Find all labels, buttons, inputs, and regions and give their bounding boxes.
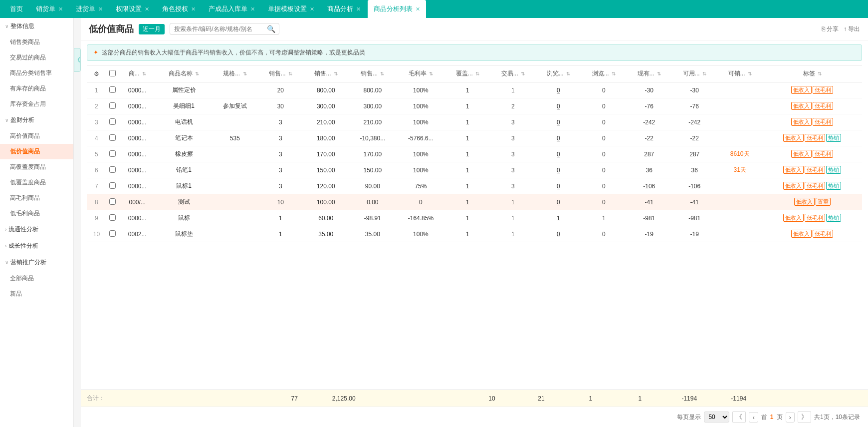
footer-sales-qty: 77 [270, 395, 319, 402]
row-select-checkbox[interactable] [109, 86, 116, 93]
sort-icon[interactable]: ⇅ [612, 71, 616, 76]
sort-icon[interactable]: ⇅ [429, 71, 433, 76]
row-checkbox[interactable] [106, 82, 119, 98]
last-page-button[interactable]: 》 [798, 411, 811, 423]
close-icon[interactable]: ✕ [416, 6, 420, 12]
sidebar-group-overall[interactable]: ∨ 整体信息 [0, 18, 73, 34]
prev-page-button[interactable]: ‹ [749, 412, 758, 423]
sidebar-item-capital[interactable]: 库存资金占用 [0, 96, 73, 112]
sort-icon[interactable]: ⇅ [195, 71, 199, 76]
row-checkbox[interactable] [106, 98, 119, 114]
sort-icon[interactable]: ⇅ [566, 71, 570, 76]
row-checkbox[interactable] [106, 162, 119, 178]
nav-tab-templates[interactable]: 单据模板设置 ✕ [262, 0, 320, 18]
close-icon[interactable]: ✕ [191, 6, 196, 12]
row-checkbox[interactable] [106, 130, 119, 146]
sidebar-group-profit[interactable]: ∨ 盈财分析 [0, 112, 73, 128]
sidebar-item-new-products[interactable]: 新品 [0, 286, 73, 302]
row-checkbox[interactable] [106, 114, 119, 130]
row-checkbox[interactable] [106, 210, 119, 226]
table-footer: 合计： 77 2,125.00 10 21 1 1 -1194 -1194 [81, 390, 868, 407]
row-select-checkbox[interactable] [109, 118, 116, 125]
time-filter-button[interactable]: 近一月 [139, 24, 165, 34]
browse-link[interactable]: 0 [557, 183, 560, 190]
close-icon[interactable]: ✕ [58, 6, 63, 12]
first-page-button[interactable]: 《 [732, 411, 746, 423]
row-gross-rate: 75% [397, 178, 445, 194]
nav-tab-analysis-list[interactable]: 商品分析列表 ✕ [368, 0, 426, 18]
sort-icon[interactable]: ⇅ [521, 71, 525, 76]
sort-icon[interactable]: ⇅ [748, 71, 752, 76]
row-checkbox[interactable] [106, 146, 119, 162]
row-select-checkbox[interactable] [109, 150, 116, 157]
search-input[interactable] [170, 23, 279, 35]
sidebar-group-growth[interactable]: › 成长性分析 [0, 238, 73, 254]
row-tags: 低收入低毛利 [763, 146, 862, 162]
browse-link[interactable]: 0 [557, 151, 560, 158]
row-checkbox[interactable] [106, 226, 119, 242]
sidebar-group-flow[interactable]: › 流通性分析 [0, 221, 73, 238]
sidebar-item-high-margin[interactable]: 高毛利商品 [0, 190, 73, 206]
row-select-checkbox[interactable] [109, 214, 116, 221]
row-select-checkbox[interactable] [109, 166, 116, 173]
row-select-checkbox[interactable] [109, 102, 116, 109]
nav-tab-permissions[interactable]: 权限设置 ✕ [110, 0, 155, 18]
nav-tab-roles[interactable]: 角色授权 ✕ [156, 0, 202, 18]
next-page-button[interactable]: › [786, 412, 795, 423]
search-icon[interactable]: 🔍 [267, 25, 275, 33]
sidebar-item-stock-products[interactable]: 有库存的商品 [0, 81, 73, 96]
sort-icon[interactable]: ⇅ [142, 71, 146, 76]
sort-icon[interactable]: ⇅ [818, 71, 822, 76]
share-button[interactable]: ⎘ 分享 [822, 25, 839, 33]
row-select-checkbox[interactable] [109, 198, 116, 205]
sort-icon[interactable]: ⇅ [334, 71, 338, 76]
row-select-checkbox[interactable] [109, 182, 116, 189]
browse-link[interactable]: 0 [557, 103, 560, 110]
sidebar-item-all-products[interactable]: 全部商品 [0, 271, 73, 286]
browse-link[interactable]: 0 [557, 199, 560, 206]
browse-link[interactable]: 0 [557, 87, 560, 94]
sidebar-item-high-value[interactable]: 高价值商品 [0, 128, 73, 144]
sort-icon[interactable]: ⇅ [380, 71, 384, 76]
nav-tab-products[interactable]: 产成品入库单 ✕ [203, 0, 261, 18]
sidebar-item-high-coverage[interactable]: 高覆盖度商品 [0, 159, 73, 175]
select-all-checkbox[interactable] [109, 70, 116, 76]
nav-tab-salesdoc[interactable]: 销货单 ✕ [30, 0, 69, 18]
sidebar-item-sales-products[interactable]: 销售类商品 [0, 34, 73, 50]
nav-home[interactable]: 首页 [4, 0, 29, 18]
browse-link[interactable]: 0 [557, 167, 560, 174]
close-icon[interactable]: ✕ [310, 6, 314, 12]
export-button[interactable]: ↑ 导出 [844, 25, 860, 33]
sort-icon[interactable]: ⇅ [475, 71, 479, 76]
sidebar-group-marketing[interactable]: ∨ 营销推广分析 [0, 254, 73, 271]
close-icon[interactable]: ✕ [356, 6, 361, 12]
nav-tab-analysis[interactable]: 商品分析 ✕ [321, 0, 367, 18]
col-checkbox[interactable] [106, 65, 119, 82]
browse-link[interactable]: 0 [557, 119, 560, 126]
sidebar-item-low-coverage[interactable]: 低覆盖度商品 [0, 175, 73, 190]
sidebar-item-category-rate[interactable]: 商品分类销售率 [0, 65, 73, 81]
col-settings[interactable]: ⚙ [87, 65, 106, 82]
browse-link[interactable]: 0 [557, 135, 560, 142]
row-browse1: 0 [536, 98, 581, 114]
row-checkbox[interactable] [106, 194, 119, 210]
sort-icon[interactable]: ⇅ [288, 71, 292, 76]
close-icon[interactable]: ✕ [145, 6, 149, 12]
row-checkbox[interactable] [106, 178, 119, 194]
page-size-select[interactable]: 50 100 200 [704, 412, 729, 423]
browse-link[interactable]: 1 [557, 215, 560, 222]
sort-icon[interactable]: ⇅ [702, 71, 706, 76]
collapse-sidebar-button[interactable]: 《 [74, 48, 81, 72]
sidebar-item-traded-products[interactable]: 交易过的商品 [0, 50, 73, 65]
close-icon[interactable]: ✕ [250, 6, 255, 12]
browse-link[interactable]: 0 [557, 231, 560, 238]
row-select-checkbox[interactable] [109, 134, 116, 141]
sidebar-item-low-margin[interactable]: 低毛利商品 [0, 206, 73, 221]
sort-icon[interactable]: ⇅ [657, 71, 661, 76]
row-available: -41 [672, 194, 717, 210]
close-icon[interactable]: ✕ [98, 6, 103, 12]
sort-icon[interactable]: ⇅ [243, 71, 247, 76]
sidebar-item-low-value[interactable]: 低价值商品 [0, 144, 73, 159]
nav-tab-purchase[interactable]: 进货单 ✕ [70, 0, 109, 18]
row-select-checkbox[interactable] [109, 230, 116, 237]
